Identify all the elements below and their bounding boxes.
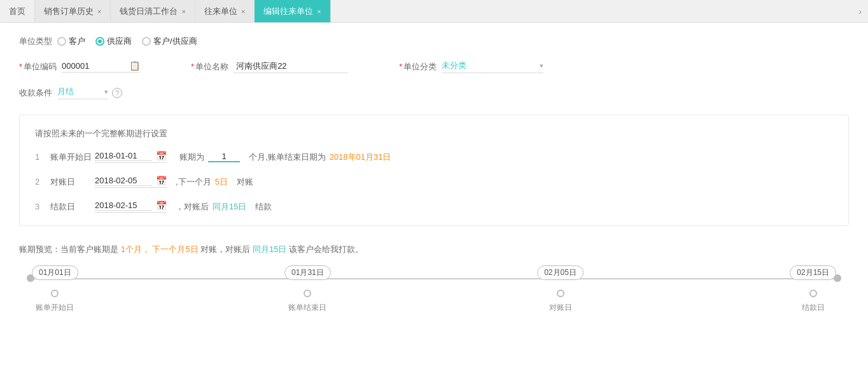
tabs-arrow[interactable]: › (852, 0, 868, 22)
row-3-suffix-1: ，对账后 (176, 201, 209, 213)
timeline-container: 01月01日 账单开始日 01月31日 账单结束日 02月05日 对账日 02月… (19, 265, 849, 339)
row-2-label: 对账日 (50, 176, 95, 188)
period-settings-section: 请按照未来的一个完整帐期进行设置 1 账单开始日 📅 账期为 个月,账单结束日期… (19, 115, 849, 226)
preview-part1: 1个月， (121, 244, 150, 254)
tab-cash-workbench-label: 钱货日清工作台 (120, 6, 178, 17)
row-1-value: 📅 账期为 个月,账单结束日期为 2018年01月31日 (95, 151, 391, 163)
unit-name-required: * (191, 62, 194, 71)
timeline-badge-1: 01月01日 (32, 265, 78, 280)
timeline-label-3: 对账日 (549, 302, 572, 313)
tab-sales-history-label: 销售订单历史 (44, 6, 94, 17)
timeline-node-1: 01月01日 账单开始日 (32, 265, 78, 313)
data-row-3: 3 结款日 📅 ，对账后 同月15日 结款 (35, 201, 833, 213)
timeline-badge-2: 01月31日 (284, 265, 331, 280)
tabs-bar: 首页 销售订单历史 × 钱货日清工作台 × 往来单位 × 编辑往来单位 × › (0, 0, 868, 23)
section-title: 请按照未来的一个完整帐期进行设置 (35, 128, 833, 139)
timeline-dot-4 (809, 290, 817, 297)
preview-end: 该客户会给我打款。 (289, 244, 363, 254)
row-1-suffix-after: 个月,账单结束日期为 (249, 151, 326, 163)
timeline-badge-3: 02月05日 (537, 265, 584, 280)
unit-info-row: * 单位编码 📋 * 单位名称 * 单位分类 未分类 ▾ (19, 60, 849, 73)
radio-supplier[interactable]: 供应商 (95, 36, 132, 47)
preview-part2: 下一个月5日 (152, 244, 198, 254)
radio-both[interactable]: 客户/供应商 (142, 36, 197, 47)
payment-terms-row: 收款条件 月结 ▾ ? (19, 86, 849, 99)
unit-type-row: 单位类型 客户 供应商 客户/供应商 (19, 36, 849, 47)
unit-code-input[interactable] (62, 61, 125, 71)
tab-partner-units-label: 往来单位 (204, 6, 237, 17)
tab-partner-units-close[interactable]: × (241, 8, 245, 15)
timeline-label-1: 账单开始日 (36, 302, 74, 313)
data-row-2: 2 对账日 📅 ,下一个月 5日 对账 (35, 176, 833, 188)
payment-terms-label: 收款条件 (19, 87, 52, 99)
radio-supplier-circle (95, 37, 104, 46)
payment-terms-select[interactable]: 月结 ▾ (57, 86, 108, 99)
timeline-dot-3 (557, 290, 564, 297)
main-content: 单位类型 客户 供应商 客户/供应商 * 单位编码 (0, 23, 868, 387)
row-1-date-wrap: 📅 (95, 151, 167, 163)
row-3-suffix-2: 结款 (255, 201, 272, 213)
preview-middle: 对账，对账后 (200, 244, 250, 254)
row-1-cal-icon[interactable]: 📅 (156, 151, 167, 161)
unit-class-required: * (399, 62, 402, 71)
row-3-label: 结款日 (50, 201, 95, 213)
row-1-period-input[interactable] (208, 151, 240, 162)
unit-type-label: 单位类型 (19, 36, 52, 47)
tab-cash-workbench-close[interactable]: × (181, 8, 185, 15)
unit-class-group: * 单位分类 未分类 ▾ (399, 60, 543, 73)
unit-code-input-wrap: 📋 (62, 60, 140, 73)
row-1-label: 账单开始日 (50, 151, 95, 163)
unit-code-icon[interactable]: 📋 (129, 60, 140, 71)
row-1-end-date: 2018年01月31日 (330, 151, 391, 163)
payment-terms-value: 月结 (57, 86, 102, 97)
unit-code-label: 单位编码 (24, 61, 57, 73)
preview-part3: 同月15日 (253, 244, 286, 254)
unit-class-select[interactable]: 未分类 ▾ (442, 60, 543, 73)
timeline-node-3: 02月05日 对账日 (537, 265, 584, 313)
row-3-highlight: 同月15日 (213, 201, 246, 213)
tab-edit-partner[interactable]: 编辑往来单位 × (255, 0, 330, 22)
row-2-date-wrap: 📅 (95, 176, 167, 188)
row-3-cal-icon[interactable]: 📅 (156, 201, 167, 211)
payment-terms-help-icon[interactable]: ? (112, 88, 122, 98)
unit-name-label: 单位名称 (195, 61, 228, 73)
radio-customer[interactable]: 客户 (57, 36, 85, 47)
row-2-cal-icon[interactable]: 📅 (156, 176, 167, 186)
timeline-nodes: 01月01日 账单开始日 01月31日 账单结束日 02月05日 对账日 02月… (32, 265, 836, 313)
row-3-num: 3 (35, 202, 50, 211)
tab-edit-partner-close[interactable]: × (317, 8, 321, 15)
preview-section: 账期预览：当前客户账期是 1个月， 下一个月5日 对账，对账后 同月15日 该客… (19, 236, 849, 265)
unit-code-required: * (19, 62, 22, 71)
timeline-badge-4: 02月15日 (790, 265, 836, 280)
tab-home[interactable]: 首页 (0, 0, 35, 22)
row-2-suffix-1: ,下一个月 (176, 176, 211, 188)
radio-customer-circle (57, 37, 66, 46)
timeline-node-2: 01月31日 账单结束日 (284, 265, 331, 313)
unit-code-group: * 单位编码 📋 (19, 60, 140, 73)
row-3-date-input[interactable] (95, 201, 152, 211)
row-1-date-input[interactable] (95, 151, 152, 161)
tab-sales-history-close[interactable]: × (97, 8, 101, 15)
tab-edit-partner-label: 编辑往来单位 (263, 6, 313, 17)
timeline-dot-1 (51, 290, 59, 297)
payment-terms-arrow: ▾ (104, 88, 108, 96)
row-2-highlight: 5日 (215, 176, 228, 188)
tab-sales-history[interactable]: 销售订单历史 × (35, 0, 111, 22)
timeline-label-2: 账单结束日 (288, 302, 326, 313)
tab-home-label: 首页 (9, 6, 25, 17)
timeline-dot-2 (304, 290, 311, 297)
tab-partner-units[interactable]: 往来单位 × (195, 0, 255, 22)
unit-name-input[interactable] (234, 60, 348, 73)
row-2-suffix-2: 对账 (237, 176, 253, 188)
unit-name-group: * 单位名称 (191, 60, 348, 73)
preview-prefix: 账期预览：当前客户账期是 (19, 244, 118, 254)
row-2-num: 2 (35, 177, 50, 186)
row-3-date-wrap: 📅 (95, 201, 167, 213)
unit-class-label: 单位分类 (403, 61, 437, 73)
timeline-node-4: 02月15日 结款日 (790, 265, 836, 313)
tab-cash-workbench[interactable]: 钱货日清工作台 × (111, 0, 195, 22)
unit-class-arrow: ▾ (540, 62, 543, 70)
row-2-date-input[interactable] (95, 176, 152, 186)
radio-customer-label: 客户 (69, 36, 85, 47)
row-3-value: 📅 ，对账后 同月15日 结款 (95, 201, 272, 213)
